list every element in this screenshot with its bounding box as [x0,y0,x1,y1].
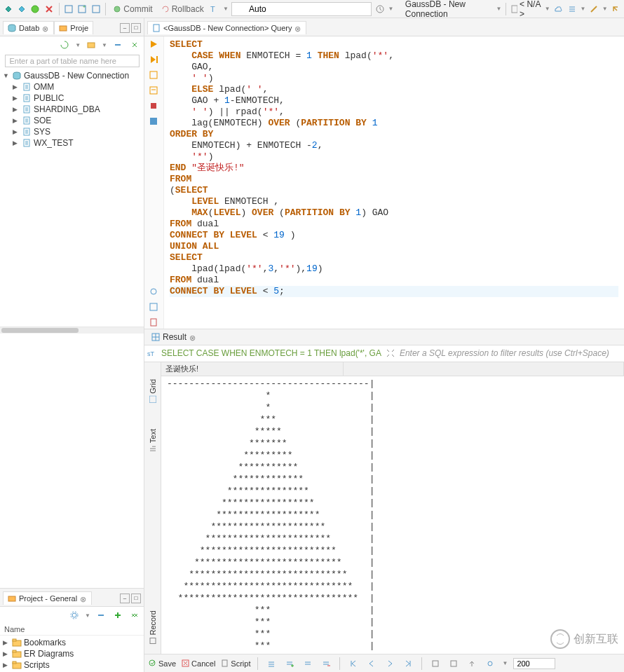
svg-rect-4 [93,6,100,13]
close-icon[interactable]: ⊗ [80,595,87,602]
tree-root[interactable]: ▼GaussDB - New Connection [3,70,141,81]
project-item[interactable]: ▶Scripts [3,659,141,671]
tree-schema[interactable]: ▶OMM [3,81,141,92]
commit-mode-select[interactable] [231,2,372,16]
settings-icon[interactable] [149,287,160,298]
folder-icon [12,638,22,647]
prev-icon[interactable] [365,657,378,670]
na-dropdown[interactable]: < N/A >▼ [510,0,550,19]
gear-icon[interactable] [484,657,496,670]
plug-icon[interactable] [3,3,13,15]
minimize-icon[interactable]: – [120,23,130,33]
export-icon[interactable] [447,657,460,670]
rollback-button[interactable]: Rollback [158,4,207,14]
maximize-icon[interactable]: □ [131,23,141,33]
wand-icon[interactable] [588,3,599,15]
tree-schema[interactable]: ▶SYS [3,126,141,137]
next-icon[interactable] [384,657,396,670]
project-tab[interactable]: Project - General⊗ [3,591,92,605]
result-data: -------------------------------------| *… [161,376,624,653]
panel-toggle-icon[interactable] [429,657,442,670]
database-tab[interactable]: Datab⊗ [3,21,54,34]
tx-icon[interactable]: T [210,3,220,15]
commit-button[interactable]: Commit [110,4,155,14]
edit-icon[interactable] [265,657,278,670]
dup-row-icon[interactable] [301,657,314,670]
svg-rect-35 [150,303,157,310]
svg-point-46 [488,661,492,666]
main-toolbar: + Commit Rollback T ▼ ▼ GaussDB - New Co… [0,0,624,18]
cloud-icon[interactable] [553,3,564,15]
link-icon[interactable] [128,609,141,622]
run-icon[interactable] [149,39,160,50]
folder-icon[interactable] [85,39,97,51]
text-side-tab[interactable]: Text [147,426,158,455]
last-icon[interactable] [402,657,414,670]
tree-filter-input[interactable] [5,55,140,67]
refresh-icon[interactable] [58,39,71,51]
svg-rect-8 [512,6,517,13]
plug-bug-icon[interactable] [30,3,41,15]
result-grid[interactable]: 圣诞快乐! ----------------------------------… [161,362,624,654]
plug-disc-icon[interactable] [43,3,54,15]
record-side-tab[interactable]: Record [147,608,158,647]
gear-icon[interactable] [68,609,81,622]
plan-icon[interactable] [149,85,160,97]
project-item[interactable]: ▶Bookmarks [3,637,141,648]
undo-arrow-icon[interactable] [611,3,621,15]
database-tree: ▼GaussDB - New Connection ▶OMM▶PUBLIC▶SH… [0,69,144,327]
close-icon[interactable]: ⊗ [189,334,196,341]
add-row-icon[interactable] [283,657,296,670]
sql-icon[interactable] [63,3,74,15]
doc-icon[interactable] [149,317,160,329]
sql-open-icon[interactable] [90,3,101,15]
stop-icon[interactable] [149,101,160,112]
save-icon[interactable] [149,116,160,128]
save-button[interactable]: Save [149,659,176,668]
schema-icon [22,104,32,114]
tree-schema[interactable]: ▶SHARDING_DBA [3,104,141,115]
result-tab[interactable]: Result⊗ [147,331,201,343]
project-item[interactable]: ▶ER Diagrams [3,648,141,659]
row-count-input[interactable] [513,658,555,669]
tree-schema[interactable]: ▶SOE [3,115,141,126]
script-button[interactable]: Script [221,659,250,668]
grid-side-tab[interactable]: Grid [147,376,158,406]
history-icon[interactable] [374,3,385,15]
horizontal-scrollbar[interactable] [0,327,144,334]
tree-schema[interactable]: ▶WX_TEST [3,137,141,149]
sql-new-icon[interactable]: + [77,3,88,15]
left-panel: Datab⊗ Proje –□ ▼ ▼ ▼GaussDB - New Conne… [0,18,144,672]
link-icon[interactable] [128,39,141,51]
editor-tab[interactable]: <GaussDB - New Connection> Query⊗ [147,21,306,34]
del-row-icon[interactable] [320,657,332,670]
collapse-icon[interactable] [95,609,107,622]
maximize-icon[interactable]: □ [131,594,141,603]
panel-icon[interactable] [149,302,160,313]
schema-icon [22,82,32,92]
column-header[interactable]: 圣诞快乐! [161,362,344,376]
svg-point-41 [149,660,155,666]
svg-point-47 [551,630,569,648]
close-icon[interactable]: ⊗ [294,25,301,32]
plug-add-icon[interactable] [16,3,27,15]
sql-editor[interactable]: SELECT CASE WHEN ENMOTECH = 1 THEN lpad(… [164,36,624,329]
svg-rect-28 [154,25,159,32]
tree-schema[interactable]: ▶PUBLIC [3,92,141,104]
add-icon[interactable] [111,609,124,622]
collapse-icon[interactable] [111,39,124,51]
explain-icon[interactable] [149,70,160,81]
run-step-icon[interactable] [149,55,160,66]
close-icon[interactable]: ⊗ [42,25,49,32]
result-filter-input[interactable]: Enter a SQL expression to filter results… [400,348,621,358]
connection-dropdown[interactable]: GaussDB - New Connection▼ [405,0,502,19]
projects-tab[interactable]: Proje [54,21,93,34]
upload-icon[interactable] [466,657,478,670]
result-bottom-bar: Save Cancel Script ▼ [144,654,624,672]
column-header-empty[interactable] [344,362,624,376]
expand-icon[interactable] [386,348,395,358]
list-icon[interactable] [567,3,577,15]
cancel-button[interactable]: Cancel [182,659,215,668]
minimize-icon[interactable]: – [120,594,130,603]
first-icon[interactable] [347,657,360,670]
